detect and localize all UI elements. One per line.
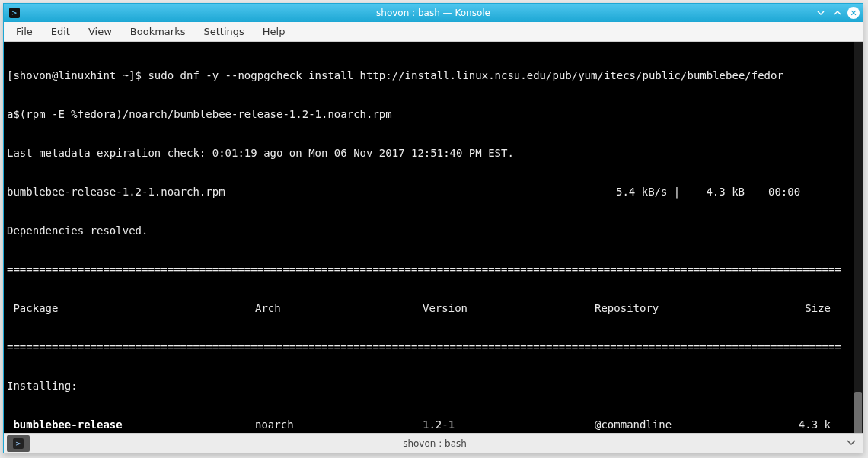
prompt: [shovon@linuxhint ~]$ <box>7 69 148 81</box>
new-tab-button[interactable]: > <box>7 435 30 452</box>
installing-label: Installing: <box>7 380 860 393</box>
menu-settings[interactable]: Settings <box>194 24 253 40</box>
minimize-button[interactable] <box>814 6 828 20</box>
cell-repository: @commandline <box>595 418 780 431</box>
table-header: Package Arch Version Repository Size <box>7 302 860 315</box>
titlebar[interactable]: > shovon : bash — Konsole ✕ <box>4 4 863 22</box>
separator-line: ========================================… <box>7 341 841 354</box>
download-line: bumblebee-release-1.2-1.noarch.rpm 5.4 k… <box>7 186 860 199</box>
cell-package: bumblebee-release <box>7 418 255 431</box>
command-text: sudo dnf -y --nogpgcheck install http://… <box>148 69 783 81</box>
col-arch: Arch <box>255 302 423 315</box>
menubar: File Edit View Bookmarks Settings Help <box>4 22 863 42</box>
prompt-line-2: a$(rpm -E %fedora)/noarch/bumblebee-rele… <box>7 108 860 121</box>
tab-label[interactable]: shovon : bash <box>30 438 840 449</box>
scrollbar[interactable] <box>854 42 863 433</box>
taskbar: > shovon : bash <box>4 433 863 453</box>
separator-line: ========================================… <box>7 263 841 276</box>
col-size: Size <box>780 302 860 315</box>
col-package: Package <box>7 302 255 315</box>
prompt-line-1: [shovon@linuxhint ~]$ sudo dnf -y --nogp… <box>7 69 860 82</box>
menu-help[interactable]: Help <box>254 24 295 40</box>
col-version: Version <box>423 302 595 315</box>
cell-size: 4.3 k <box>780 418 860 431</box>
cell-version: 1.2-1 <box>423 418 595 431</box>
deps-line: Dependencies resolved. <box>7 224 860 237</box>
download-size: 4.3 kB <box>700 186 768 199</box>
cell-arch: noarch <box>255 418 423 431</box>
konsole-icon: > <box>8 7 21 19</box>
download-name: bumblebee-release-1.2-1.noarch.rpm <box>7 186 616 199</box>
svg-text:>: > <box>11 9 18 17</box>
download-time: 00:00 <box>768 186 860 199</box>
terminal-area[interactable]: [shovon@linuxhint ~]$ sudo dnf -y --nogp… <box>4 42 863 433</box>
app-window: > shovon : bash — Konsole ✕ File Edit Vi… <box>3 3 863 453</box>
metadata-line: Last metadata expiration check: 0:01:19 … <box>7 147 860 160</box>
table-row: bumblebee-release noarch 1.2-1 @commandl… <box>7 418 860 431</box>
window-title: shovon : bash — Konsole <box>376 8 490 18</box>
window-controls: ✕ <box>814 6 863 20</box>
download-speed: 5.4 kB/s | <box>616 186 700 199</box>
close-button[interactable]: ✕ <box>847 7 860 19</box>
scrollbar-thumb[interactable] <box>854 392 862 433</box>
menu-bookmarks[interactable]: Bookmarks <box>121 24 195 40</box>
menu-edit[interactable]: Edit <box>42 24 79 40</box>
col-repository: Repository <box>595 302 780 315</box>
menu-view[interactable]: View <box>79 24 121 40</box>
menu-file[interactable]: File <box>7 24 42 40</box>
tab-menu-icon[interactable] <box>840 437 863 450</box>
maximize-button[interactable] <box>831 6 844 20</box>
svg-text:>: > <box>15 440 21 447</box>
